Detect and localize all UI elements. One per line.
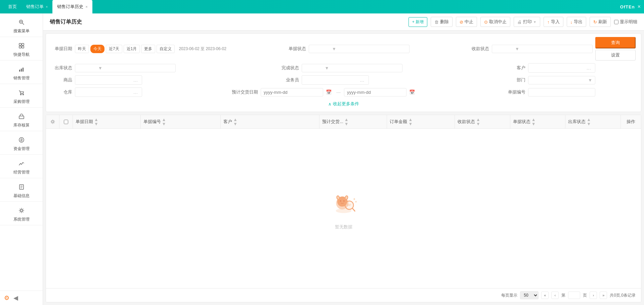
date-btn-1month[interactable]: 近1月 bbox=[124, 45, 140, 53]
date-btn-7days[interactable]: 近7天 bbox=[106, 45, 122, 53]
status-label: 单据状态 bbox=[285, 46, 309, 52]
svg-rect-4 bbox=[19, 43, 21, 45]
purchase-mgmt-icon bbox=[17, 88, 26, 98]
svg-point-25 bbox=[343, 200, 344, 202]
select-all-checkbox[interactable] bbox=[64, 120, 68, 124]
new-button[interactable]: + 新增 bbox=[409, 17, 427, 27]
sidebar-item-search-menu-label: 搜索菜单 bbox=[13, 28, 30, 34]
svg-rect-13 bbox=[19, 116, 24, 119]
display-detail-input[interactable] bbox=[614, 20, 618, 24]
delivery-date-end[interactable] bbox=[344, 88, 406, 97]
th-customer[interactable]: 客户 ▲▼ bbox=[221, 115, 319, 128]
sidebar-item-purchase-mgmt[interactable]: 采购管理 bbox=[0, 84, 43, 108]
svg-point-12 bbox=[23, 94, 24, 95]
tab-home[interactable]: 首页 bbox=[3, 0, 22, 13]
num-sort-icon: ▲▼ bbox=[162, 117, 166, 126]
th-num[interactable]: 单据编号 ▲▼ bbox=[141, 115, 221, 128]
query-button[interactable]: 查询 bbox=[595, 37, 636, 48]
salesperson-more-icon[interactable]: ... bbox=[358, 77, 366, 83]
settings-bottom-icon[interactable]: ⚙ bbox=[4, 294, 9, 302]
svg-rect-6 bbox=[19, 46, 21, 48]
th-checkbox[interactable] bbox=[59, 115, 73, 128]
complete-status-select[interactable]: ▼ bbox=[302, 64, 402, 72]
print-button[interactable]: 🖨 打印 ▼ bbox=[514, 17, 540, 27]
out-status-select[interactable]: ▼ bbox=[75, 64, 176, 72]
prev-page-btn[interactable]: ‹ bbox=[551, 292, 559, 299]
out-status-label: 出库状态 bbox=[51, 65, 75, 71]
th-amount[interactable]: 订单金额 ▲▼ bbox=[387, 115, 455, 128]
th-out[interactable]: 出库状态 ▲▼ bbox=[565, 115, 621, 128]
svg-rect-10 bbox=[23, 68, 24, 72]
sidebar-item-sales-mgmt[interactable]: 销售管理 bbox=[0, 61, 43, 84]
settings-button[interactable]: 设置 bbox=[595, 50, 636, 61]
th-settings[interactable] bbox=[46, 115, 59, 128]
refresh-icon: ↻ bbox=[593, 20, 597, 25]
table-footer: 每页显示 50 10 20 100 « ‹ 第 1 页 › » 共0页,0条记录 bbox=[46, 288, 641, 302]
tab-sales-order-history[interactable]: 销售订单历史 × bbox=[52, 0, 92, 13]
sidebar-bottom: ⚙ ◀ bbox=[0, 291, 43, 305]
status-select-arrow: ▼ bbox=[332, 46, 336, 51]
total-count: 共0页,0条记录 bbox=[610, 293, 636, 298]
dept-select[interactable]: ▼ bbox=[528, 76, 595, 84]
sidebar-item-basic-info[interactable]: 基础信息 bbox=[0, 178, 43, 202]
cancel-stop-button[interactable]: ⊙ 取消中止 bbox=[480, 17, 510, 27]
first-page-btn[interactable]: « bbox=[541, 292, 549, 299]
collapse-label: 收起更多条件 bbox=[333, 101, 359, 107]
date-btn-custom[interactable]: 自定义 bbox=[157, 45, 175, 53]
th-delivery[interactable]: 预计交货... ▲▼ bbox=[319, 115, 387, 128]
close-history-icon[interactable]: × bbox=[85, 5, 87, 9]
page-header: 销售订单历史 + 新增 🗑 删除 ⊘ 中止 ⊙ 取消中止 🖨 打印 ▼ ↑ bbox=[43, 13, 644, 31]
brand-label: OfTEn bbox=[620, 4, 635, 9]
last-page-btn[interactable]: » bbox=[600, 292, 607, 299]
sidebar-item-quick-nav[interactable]: 快捷导航 bbox=[0, 37, 43, 61]
receipt-status-select[interactable]: ▼ bbox=[492, 45, 593, 53]
system-icon bbox=[17, 206, 26, 215]
filter-collapse[interactable]: ∧ 收起更多条件 bbox=[51, 100, 636, 108]
date-btn-today[interactable]: 今天 bbox=[90, 45, 104, 53]
customer-more-icon[interactable]: ... bbox=[585, 65, 592, 71]
date-btn-more[interactable]: 更多 bbox=[141, 45, 155, 53]
delivery-date-end-calendar[interactable]: 📅 bbox=[408, 89, 416, 95]
svg-rect-9 bbox=[21, 69, 22, 72]
import-button[interactable]: ↑ 导入 bbox=[544, 17, 563, 27]
export-button[interactable]: ↓ 导出 bbox=[567, 17, 587, 27]
sidebar-item-search-menu[interactable]: 搜索菜单 bbox=[0, 13, 43, 37]
svg-rect-8 bbox=[19, 70, 20, 72]
th-status[interactable]: 单据状态 ▲▼ bbox=[510, 115, 566, 128]
tab-home-label: 首页 bbox=[8, 4, 17, 10]
sidebar-item-finance[interactable]: 资金管理 bbox=[0, 131, 43, 155]
receipt-status-label: 收款状态 bbox=[468, 46, 492, 52]
th-date[interactable]: 单据日期 ▲▼ bbox=[73, 115, 141, 128]
next-page-btn[interactable]: › bbox=[590, 292, 597, 299]
page-label-pre: 第 bbox=[561, 293, 565, 298]
page-input[interactable]: 1 bbox=[568, 292, 580, 299]
sidebar-item-basic-info-label: 基础信息 bbox=[13, 193, 30, 199]
delivery-date-start[interactable] bbox=[261, 88, 323, 97]
collapse-sidebar-icon[interactable]: ◀ bbox=[13, 294, 18, 302]
sidebar-item-operations[interactable]: 经营管理 bbox=[0, 155, 43, 178]
tab-sales-order[interactable]: 销售订单 × bbox=[22, 0, 52, 13]
page-size-select[interactable]: 50 10 20 100 bbox=[520, 291, 539, 299]
quick-nav-icon bbox=[17, 41, 26, 50]
delivery-date-start-calendar[interactable]: 📅 bbox=[325, 89, 333, 95]
export-icon: ↓ bbox=[570, 20, 573, 25]
delete-button[interactable]: 🗑 删除 bbox=[431, 17, 453, 27]
date-btn-yesterday[interactable]: 昨天 bbox=[75, 45, 89, 53]
close-sales-order-icon[interactable]: × bbox=[46, 5, 48, 9]
status-select[interactable]: ▼ bbox=[309, 45, 410, 53]
sidebar-item-inventory[interactable]: 库存核算 bbox=[0, 108, 43, 131]
complete-status-label: 完成状态 bbox=[278, 65, 302, 71]
sidebar: 搜索菜单 快捷导航 销售管理 采购管理 库存核算 bbox=[0, 13, 43, 305]
sidebar-item-system[interactable]: 系统管理 bbox=[0, 202, 43, 225]
stop-icon: ⊘ bbox=[460, 20, 463, 25]
top-bar-close[interactable]: × bbox=[638, 4, 641, 10]
th-receipt[interactable]: 收款状态 ▲▼ bbox=[455, 115, 510, 128]
goods-more-icon[interactable]: ... bbox=[132, 77, 139, 83]
svg-rect-7 bbox=[22, 46, 24, 48]
refresh-button[interactable]: ↻ 刷新 bbox=[590, 17, 611, 27]
order-num-input[interactable] bbox=[528, 88, 595, 97]
warehouse-more-icon[interactable]: ... bbox=[132, 89, 139, 95]
out-sort-icon: ▲▼ bbox=[587, 117, 591, 126]
display-detail-checkbox[interactable]: 显示明细 bbox=[614, 19, 637, 25]
stop-button[interactable]: ⊘ 中止 bbox=[456, 17, 477, 27]
